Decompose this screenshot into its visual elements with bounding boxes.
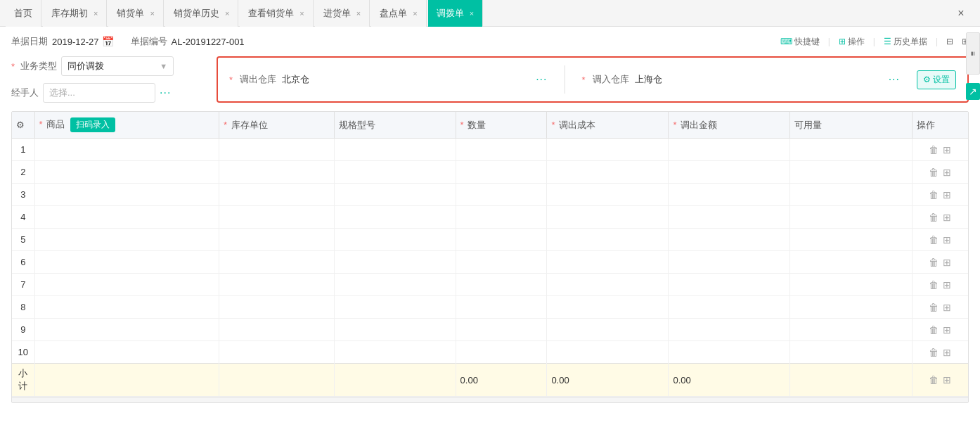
cell-amount[interactable] <box>669 161 790 184</box>
tab-inventory-init[interactable]: 库存期初 × <box>43 0 107 27</box>
cell-cost[interactable] <box>547 161 669 184</box>
cell-unit[interactable] <box>219 184 334 206</box>
cell-qty[interactable] <box>456 341 547 364</box>
cell-amount[interactable] <box>669 274 790 296</box>
cell-amount[interactable] <box>669 251 790 274</box>
cell-spec[interactable] <box>334 184 456 206</box>
cell-product[interactable] <box>34 161 219 184</box>
layout-btn[interactable]: ⊟ <box>946 37 953 46</box>
tab-inventory-check-close[interactable]: × <box>413 9 417 18</box>
business-type-dropdown[interactable]: 同价调拨 ▼ <box>61 56 174 76</box>
delete-icon[interactable]: 🗑 <box>929 324 939 336</box>
cell-spec[interactable] <box>334 251 456 274</box>
cell-product[interactable] <box>34 139 219 161</box>
copy-icon[interactable]: ⊞ <box>943 302 951 313</box>
cell-qty[interactable] <box>456 161 547 184</box>
history-link[interactable]: ☰ 历史单据 <box>884 36 927 48</box>
note-panel-btn[interactable]: ≡ <box>966 32 980 75</box>
cell-cost[interactable] <box>547 139 669 161</box>
tab-purchase-order-close[interactable]: × <box>356 9 361 18</box>
cell-product[interactable] <box>34 184 219 206</box>
settings-button[interactable]: ⚙ 设置 <box>917 70 956 89</box>
tab-purchase-order[interactable]: 进货单 × <box>315 0 370 27</box>
cell-spec[interactable] <box>334 274 456 296</box>
tab-home[interactable]: 首页 <box>6 0 41 27</box>
cell-cost[interactable] <box>547 274 669 296</box>
tab-sales-history[interactable]: 销货单历史 × <box>165 0 238 27</box>
cell-qty[interactable] <box>456 319 547 341</box>
tab-sales-order-close[interactable]: × <box>150 9 154 18</box>
cell-qty[interactable] <box>456 229 547 251</box>
tab-view-sales[interactable]: 查看销货单 × <box>240 0 313 27</box>
copy-icon[interactable]: ⊞ <box>943 257 951 268</box>
cell-qty[interactable] <box>456 184 547 206</box>
tab-inventory-init-close[interactable]: × <box>94 9 98 18</box>
tab-view-sales-close[interactable]: × <box>299 9 304 18</box>
calendar-icon[interactable]: 📅 <box>102 36 114 47</box>
cell-spec[interactable] <box>334 229 456 251</box>
cell-qty[interactable] <box>456 274 547 296</box>
cell-product[interactable] <box>34 274 219 296</box>
cell-spec[interactable] <box>334 319 456 341</box>
cell-spec[interactable] <box>334 161 456 184</box>
cell-unit[interactable] <box>219 274 334 296</box>
copy-icon[interactable]: ⊞ <box>943 144 951 155</box>
cell-qty[interactable] <box>456 296 547 319</box>
tab-sales-order[interactable]: 销货单 × <box>108 0 163 27</box>
window-close-button[interactable]: × <box>948 0 974 27</box>
cell-cost[interactable] <box>547 251 669 274</box>
tab-transfer-order[interactable]: 调拨单 × <box>428 0 483 27</box>
cell-cost[interactable] <box>547 296 669 319</box>
copy-icon[interactable]: ⊞ <box>943 189 951 200</box>
delete-icon[interactable]: 🗑 <box>929 167 939 178</box>
cell-cost[interactable] <box>547 341 669 364</box>
delete-icon[interactable]: 🗑 <box>929 234 939 246</box>
delete-icon[interactable]: 🗑 <box>929 144 939 155</box>
horizontal-scrollbar[interactable] <box>12 397 968 402</box>
delete-icon[interactable]: 🗑 <box>929 189 939 200</box>
copy-icon[interactable]: ⊞ <box>943 374 951 386</box>
th-settings[interactable]: ⚙ <box>12 112 34 139</box>
delete-icon[interactable]: 🗑 <box>929 374 939 386</box>
cell-qty[interactable] <box>456 251 547 274</box>
cell-amount[interactable] <box>669 184 790 206</box>
tab-transfer-order-close[interactable]: × <box>470 9 474 18</box>
cell-amount[interactable] <box>669 206 790 229</box>
cell-amount[interactable] <box>669 229 790 251</box>
cell-spec[interactable] <box>334 341 456 364</box>
handler-more-icon[interactable]: ··· <box>160 87 171 99</box>
copy-icon[interactable]: ⊞ <box>943 234 951 246</box>
cell-unit[interactable] <box>219 161 334 184</box>
scan-button[interactable]: 扫码录入 <box>70 117 115 132</box>
cell-unit[interactable] <box>219 341 334 364</box>
cell-product[interactable] <box>34 206 219 229</box>
cell-cost[interactable] <box>547 319 669 341</box>
copy-icon[interactable]: ⊞ <box>943 279 951 291</box>
cell-product[interactable] <box>34 319 219 341</box>
copy-icon[interactable]: ⊞ <box>943 167 951 178</box>
out-warehouse-more-icon[interactable]: ··· <box>536 73 547 86</box>
cell-qty[interactable] <box>456 139 547 161</box>
delete-icon[interactable]: 🗑 <box>929 212 939 223</box>
cell-product[interactable] <box>34 341 219 364</box>
cell-unit[interactable] <box>219 229 334 251</box>
cell-cost[interactable] <box>547 229 669 251</box>
handler-select[interactable]: 选择... <box>43 83 155 103</box>
cell-unit[interactable] <box>219 139 334 161</box>
cell-unit[interactable] <box>219 206 334 229</box>
cell-cost[interactable] <box>547 206 669 229</box>
delete-icon[interactable]: 🗑 <box>929 279 939 291</box>
in-warehouse-more-icon[interactable]: ··· <box>889 73 900 86</box>
tab-inventory-check[interactable]: 盘点单 × <box>371 0 426 27</box>
tab-sales-history-close[interactable]: × <box>225 9 229 18</box>
cell-amount[interactable] <box>669 296 790 319</box>
shortcuts-link[interactable]: ⌨ 快捷键 <box>780 36 820 48</box>
cell-amount[interactable] <box>669 341 790 364</box>
delete-icon[interactable]: 🗑 <box>929 302 939 313</box>
cell-cost[interactable] <box>547 184 669 206</box>
cell-spec[interactable] <box>334 296 456 319</box>
cell-qty[interactable] <box>456 206 547 229</box>
copy-icon[interactable]: ⊞ <box>943 347 951 358</box>
cell-spec[interactable] <box>334 206 456 229</box>
cell-unit[interactable] <box>219 296 334 319</box>
